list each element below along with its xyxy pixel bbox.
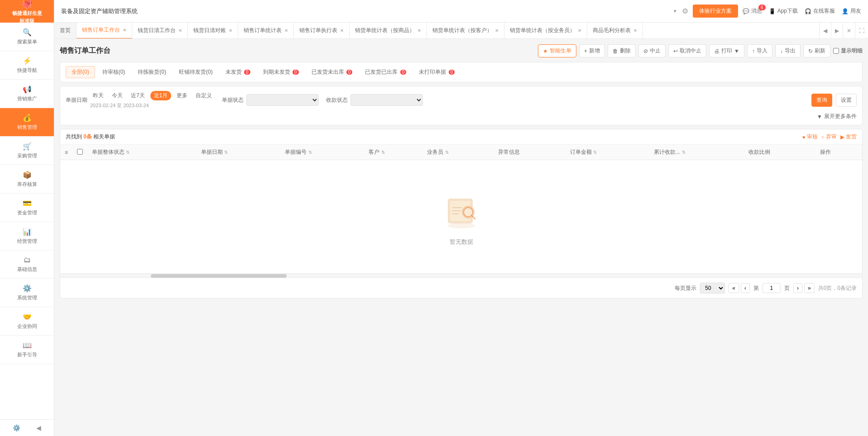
- select-all-checkbox[interactable]: [77, 149, 83, 155]
- message-btn[interactable]: 💬 消息 6: [743, 7, 762, 15]
- sidebar-item-marketing[interactable]: 📢 营销推广: [0, 80, 54, 108]
- sort-staff-icon[interactable]: ⇅: [445, 150, 449, 155]
- sort-customer-icon[interactable]: ⇅: [381, 150, 385, 155]
- audit-btn[interactable]: ● 审核: [802, 133, 818, 141]
- online-service-btn[interactable]: 🎧 在线客服: [805, 7, 835, 15]
- refresh-btn[interactable]: ↻ 刷新: [803, 44, 830, 57]
- date-opt-month[interactable]: 近1月: [150, 91, 172, 100]
- filter-tab-pending-check[interactable]: 待拣验货(0): [132, 66, 172, 78]
- page-prev-btn[interactable]: ‹: [741, 283, 750, 293]
- filter-tab-pending-review[interactable]: 待审核(0): [97, 66, 131, 78]
- filter-tab-all[interactable]: 全部(0): [66, 66, 95, 78]
- tab-sales-by-customer[interactable]: 销货单统计表（按客户） ✕: [427, 23, 504, 39]
- smart-create-btn[interactable]: ★ 智能生单: [538, 44, 576, 57]
- ship-btn[interactable]: ▶ 发货: [840, 133, 857, 141]
- tab-sales-close[interactable]: ✕: [123, 28, 126, 33]
- sidebar-settings-btn[interactable]: ⚙️: [13, 424, 20, 431]
- tab-staff-close[interactable]: ✕: [578, 28, 581, 33]
- horizontal-scroll[interactable]: [60, 273, 862, 278]
- date-opt-7days[interactable]: 近7天: [128, 91, 148, 100]
- tab-stat-close[interactable]: ✕: [284, 28, 288, 33]
- cancel-stop-btn[interactable]: ↩ 取消中止: [668, 44, 706, 57]
- tab-home[interactable]: 首页: [54, 23, 77, 39]
- sidebar-item-basic-info[interactable]: 🗂 基础信息: [0, 251, 54, 279]
- cancel-audit-btn[interactable]: ○ 弃审: [821, 133, 837, 141]
- show-detail-checkbox[interactable]: [833, 48, 839, 54]
- col-number[interactable]: 单据编号 ⇅: [280, 145, 364, 160]
- sidebar-item-operations[interactable]: 📊 经营管理: [0, 222, 54, 251]
- scroll-thumb[interactable]: [151, 274, 287, 278]
- tab-sales-by-staff[interactable]: 销货单统计表（按业务员） ✕: [504, 23, 587, 39]
- filter-tab-not-printed[interactable]: 未打印单据 0: [413, 66, 460, 78]
- sidebar-item-quick-nav[interactable]: ⚡ 快捷导航: [0, 51, 54, 80]
- sidebar-item-finance[interactable]: 💳 资金管理: [0, 194, 54, 222]
- sort-received-icon[interactable]: ⇅: [682, 150, 686, 155]
- page-last-btn[interactable]: »: [804, 283, 815, 293]
- tab-sales-by-product[interactable]: 销货单统计表（按商品） ✕: [350, 23, 427, 39]
- sort-number-icon[interactable]: ⇅: [308, 150, 312, 155]
- sidebar-item-system[interactable]: ⚙️ 系统管理: [0, 279, 54, 307]
- sort-status-icon[interactable]: ⇅: [126, 150, 129, 155]
- export-btn[interactable]: ↓ 导出: [775, 44, 801, 57]
- col-customer[interactable]: 客户 ⇅: [364, 145, 422, 160]
- tab-cash-daily[interactable]: 钱货日清工作台 ✕: [132, 23, 188, 39]
- sidebar-item-guide[interactable]: 📖 新手引导: [0, 336, 54, 364]
- page-size-select[interactable]: 10 20 50 100: [700, 283, 725, 294]
- col-status[interactable]: 单据整体状态 ⇅: [87, 145, 197, 160]
- sidebar-collapse-btn[interactable]: ◀: [36, 424, 41, 431]
- tab-fullscreen[interactable]: ⛶: [855, 23, 868, 39]
- delete-btn[interactable]: 🗑 删除: [608, 44, 636, 57]
- show-detail-toggle[interactable]: 显示明细: [833, 47, 863, 55]
- sort-amount-icon[interactable]: ⇅: [593, 150, 597, 155]
- col-staff[interactable]: 业务员 ⇅: [422, 145, 494, 160]
- tab-customer-close[interactable]: ✕: [495, 28, 499, 33]
- date-opt-custom[interactable]: 自定义: [193, 91, 215, 100]
- col-amount[interactable]: 订单金额 ⇅: [566, 145, 649, 160]
- sidebar-item-search[interactable]: 🔍 搜索菜单: [0, 23, 54, 51]
- tab-sales-workbench[interactable]: 销售订单工作台 ✕: [77, 23, 132, 39]
- settings-filter-btn[interactable]: 设置: [836, 94, 857, 107]
- tab-reconcile-close[interactable]: ✕: [229, 28, 232, 33]
- tab-product-close[interactable]: ✕: [417, 28, 421, 33]
- filter-tab-overdue[interactable]: 到期未发货 0: [258, 66, 304, 78]
- filter-tab-shipped-not-out[interactable]: 已发货未出库 0: [306, 66, 358, 78]
- filter-tab-not-shipped[interactable]: 未发货 0: [220, 66, 256, 78]
- tab-gross-profit[interactable]: 商品毛利分析表 ✕: [587, 23, 643, 39]
- date-opt-yesterday[interactable]: 昨天: [90, 91, 106, 100]
- col-date[interactable]: 单据日期 ⇅: [197, 145, 280, 160]
- add-btn[interactable]: + 新增: [579, 44, 605, 57]
- sort-date-icon[interactable]: ⇅: [224, 150, 228, 155]
- sidebar-item-inventory[interactable]: 📦 库存核算: [0, 165, 54, 194]
- tab-cash-daily-close[interactable]: ✕: [178, 28, 182, 33]
- filter-tab-wangpu[interactable]: 旺铺待发货(0): [173, 66, 218, 78]
- sidebar-item-sales[interactable]: 💰 销售管理: [0, 108, 54, 137]
- tab-gross-close[interactable]: ✕: [633, 28, 637, 33]
- status-select[interactable]: [246, 94, 319, 106]
- stop-btn[interactable]: ⊘ 中止: [638, 44, 666, 57]
- page-first-btn[interactable]: «: [729, 283, 739, 293]
- user-avatar-btn[interactable]: 👤 用友: [842, 7, 861, 15]
- payment-select[interactable]: [350, 94, 423, 106]
- tab-scroll-right[interactable]: ▶: [831, 23, 843, 39]
- system-dropdown-icon[interactable]: ▼: [673, 9, 677, 14]
- tab-sales-stat[interactable]: 销售订单统计表 ✕: [238, 23, 294, 39]
- date-opt-today[interactable]: 今天: [109, 91, 125, 100]
- filter-tab-shipped-out[interactable]: 已发货已出库 0: [360, 66, 412, 78]
- print-btn[interactable]: 🖨 打印 ▼: [709, 44, 744, 57]
- sidebar-item-enterprise[interactable]: 🤝 企业协同: [0, 307, 54, 336]
- industry-btn[interactable]: 体验行业方案: [693, 5, 738, 18]
- tab-close-all[interactable]: ✕: [843, 23, 855, 39]
- tab-exec-close[interactable]: ✕: [340, 28, 344, 33]
- expand-filter-btn[interactable]: ▼ 展开更多条件: [817, 113, 857, 120]
- tab-cash-reconcile[interactable]: 钱货日清对账 ✕: [188, 23, 238, 39]
- page-number-input[interactable]: [762, 283, 781, 293]
- tab-scroll-left[interactable]: ◀: [819, 23, 831, 39]
- date-opt-more[interactable]: 更多: [174, 91, 190, 100]
- page-next-btn[interactable]: ›: [793, 283, 802, 293]
- settings-icon[interactable]: ⚙: [682, 7, 688, 15]
- col-received[interactable]: 累计收款... ⇅: [649, 145, 743, 160]
- sidebar-item-purchase[interactable]: 🛒 采购管理: [0, 137, 54, 165]
- app-download-btn[interactable]: 📱 App下载: [769, 7, 798, 15]
- search-btn[interactable]: 查询: [811, 94, 832, 107]
- import-btn[interactable]: ↑ 导入: [747, 44, 772, 57]
